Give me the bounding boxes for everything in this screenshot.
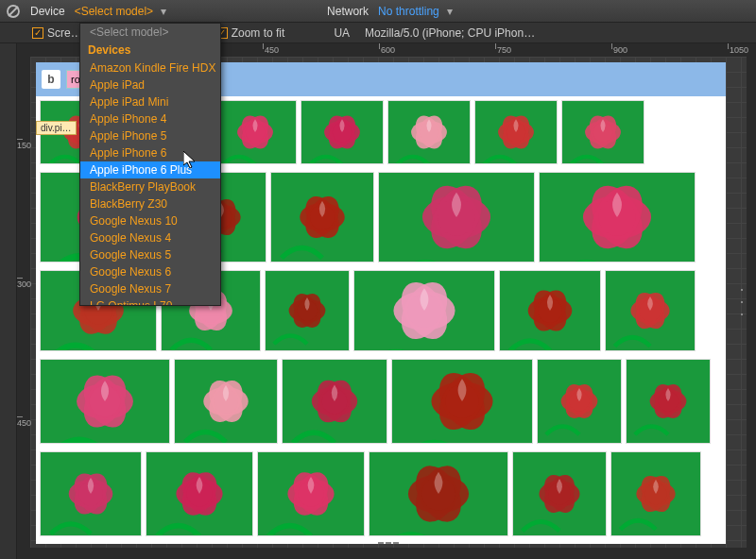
device-option[interactable]: Google Nexus 4 bbox=[80, 229, 220, 246]
bing-logo[interactable]: b bbox=[42, 70, 60, 89]
device-option[interactable]: Apple iPhone 5 bbox=[80, 127, 220, 144]
checkbox-icon bbox=[32, 27, 43, 39]
image-thumbnail[interactable] bbox=[369, 451, 508, 536]
devtools-toolbar: Device <Select model> Network No throttl… bbox=[0, 0, 756, 23]
device-option[interactable]: <Select model> bbox=[80, 24, 220, 41]
device-select[interactable]: <Select model> bbox=[75, 5, 166, 18]
image-thumbnail[interactable] bbox=[282, 359, 387, 444]
device-option[interactable]: LG Optimus L70 bbox=[80, 297, 220, 306]
device-option[interactable]: BlackBerry Z30 bbox=[80, 195, 220, 212]
resize-handle-right[interactable] bbox=[739, 283, 745, 321]
zoom-label: Zoom to fit bbox=[232, 26, 285, 40]
image-thumbnail[interactable] bbox=[257, 451, 365, 536]
screencast-checkbox[interactable]: Scre… bbox=[32, 26, 82, 40]
image-thumbnail[interactable] bbox=[40, 451, 142, 536]
image-thumbnail[interactable] bbox=[499, 270, 601, 351]
device-option[interactable]: Google Nexus 7 bbox=[80, 280, 220, 297]
device-option[interactable]: Apple iPhone 6 Plus bbox=[80, 161, 220, 178]
image-thumbnail[interactable] bbox=[270, 172, 374, 263]
image-thumbnail[interactable] bbox=[378, 172, 535, 263]
image-thumbnail[interactable] bbox=[537, 359, 622, 444]
device-option[interactable]: Google Nexus 10 bbox=[80, 212, 220, 229]
image-thumbnail[interactable] bbox=[214, 100, 297, 164]
image-thumbnail[interactable] bbox=[353, 270, 495, 351]
ruler-vertical: 150300450 bbox=[17, 57, 30, 559]
image-thumbnail[interactable] bbox=[387, 100, 471, 164]
left-strip bbox=[0, 43, 17, 559]
device-option[interactable]: BlackBerry PlayBook bbox=[80, 178, 220, 195]
network-label: Network bbox=[327, 5, 369, 18]
inspect-icon[interactable] bbox=[6, 4, 21, 19]
resize-handle-bottom[interactable] bbox=[360, 540, 417, 546]
image-thumbnail[interactable] bbox=[474, 100, 558, 164]
element-tooltip: div.pi… bbox=[36, 121, 77, 135]
image-thumbnail[interactable] bbox=[301, 100, 384, 164]
device-option[interactable]: Apple iPhone 6 bbox=[80, 144, 220, 161]
image-thumbnail[interactable] bbox=[40, 359, 170, 444]
device-option[interactable]: Amazon Kindle Fire HDX bbox=[80, 59, 220, 76]
svg-line-1 bbox=[9, 7, 18, 16]
zoom-checkbox[interactable]: Zoom to fit bbox=[216, 26, 285, 40]
network-select[interactable]: No throttling bbox=[378, 5, 453, 18]
device-label: Device bbox=[30, 5, 65, 18]
device-dropdown[interactable]: <Select model>DevicesAmazon Kindle Fire … bbox=[79, 23, 221, 306]
ua-value[interactable]: Mozilla/5.0 (iPhone; CPU iPhon… bbox=[365, 26, 535, 40]
device-option[interactable]: Apple iPhone 4 bbox=[80, 110, 220, 127]
device-option[interactable]: Google Nexus 6 bbox=[80, 263, 220, 280]
device-option[interactable]: Apple iPad bbox=[80, 76, 220, 93]
image-thumbnail[interactable] bbox=[265, 270, 350, 351]
image-thumbnail[interactable] bbox=[610, 451, 701, 536]
image-thumbnail[interactable] bbox=[626, 359, 711, 444]
image-thumbnail[interactable] bbox=[605, 270, 696, 351]
ua-label: UA bbox=[334, 26, 350, 40]
device-option[interactable]: Apple iPad Mini bbox=[80, 93, 220, 110]
device-option: Devices bbox=[80, 41, 220, 59]
image-thumbnail[interactable] bbox=[561, 100, 644, 164]
device-option[interactable]: Google Nexus 5 bbox=[80, 246, 220, 263]
screencast-label: Scre… bbox=[47, 26, 82, 40]
image-thumbnail[interactable] bbox=[391, 359, 533, 444]
image-thumbnail[interactable] bbox=[174, 359, 278, 444]
image-thumbnail[interactable] bbox=[146, 451, 253, 536]
image-thumbnail[interactable] bbox=[539, 172, 696, 263]
image-thumbnail[interactable] bbox=[512, 451, 607, 536]
